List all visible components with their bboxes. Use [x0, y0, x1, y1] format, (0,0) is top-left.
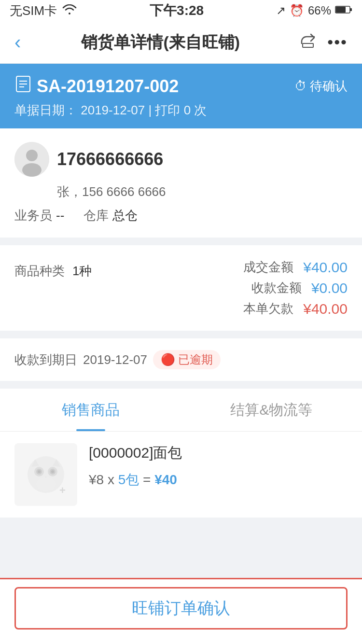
- equals-symbol: =: [143, 472, 154, 487]
- order-id: SA-20191207-002: [14, 75, 179, 97]
- svg-rect-3: [303, 43, 313, 47]
- back-button[interactable]: ‹: [14, 31, 21, 53]
- tab-underline: [76, 429, 105, 431]
- overdue-badge: 🔴 已逾期: [153, 350, 221, 369]
- svg-point-21: [36, 477, 56, 491]
- confirm-order-button[interactable]: 旺铺订单确认: [14, 587, 348, 630]
- collected-label: 收款金额: [251, 280, 302, 296]
- clock-icon: ⏱: [294, 79, 307, 94]
- due-date-value: 2019-12-07: [83, 352, 147, 367]
- product-thumbnail: +: [14, 443, 77, 506]
- total-price: ¥40: [154, 472, 177, 487]
- due-date-label: 收款到期日: [14, 351, 77, 368]
- collected-line: 收款金额 ¥0.00: [251, 280, 348, 296]
- alarm-icon: ⏰: [290, 4, 304, 17]
- tabs-section: 销售商品 结算&物流等: [0, 389, 362, 432]
- sales-label: 业务员: [14, 207, 52, 224]
- product-section: + [0000002]面包 ¥8 x 5包 = ¥40: [0, 432, 362, 518]
- nav-actions: •••: [300, 33, 348, 52]
- due-line: 本单欠款 ¥40.00: [243, 300, 348, 317]
- order-status: ⏱ 待确认: [294, 78, 348, 95]
- product-name: [0000002]面包: [89, 443, 348, 463]
- status-right: ↗ ⏰ 66%: [276, 4, 352, 17]
- svg-rect-1: [350, 8, 352, 11]
- product-info: [0000002]面包 ¥8 x 5包 = ¥40: [89, 443, 348, 489]
- sales-meta: 业务员 --: [14, 207, 64, 224]
- due-label: 本单欠款: [243, 300, 293, 317]
- stats-left: 商品种类 1种: [14, 263, 92, 280]
- customer-phone: 17666666666: [57, 149, 163, 169]
- avatar: [14, 142, 49, 177]
- order-header: SA-20191207-002 ⏱ 待确认 单据日期： 2019-12-07 |…: [0, 64, 362, 128]
- warehouse-value: 总仓: [112, 207, 138, 224]
- due-section: 收款到期日 2019-12-07 🔴 已逾期: [0, 338, 362, 381]
- customer-row: 17666666666: [14, 142, 348, 177]
- amount-label: 成交金额: [243, 259, 293, 276]
- tab-settlement[interactable]: 结算&物流等: [181, 389, 362, 431]
- stats-row: 商品种类 1种 成交金额 ¥40.00 收款金额 ¥0.00 本单欠款 ¥40.…: [14, 259, 348, 317]
- multiply-symbol: x: [108, 472, 118, 487]
- svg-point-17: [51, 470, 54, 473]
- tab-products[interactable]: 销售商品: [0, 389, 181, 431]
- svg-point-10: [22, 163, 42, 177]
- stats-section: 商品种类 1种 成交金额 ¥40.00 收款金额 ¥0.00 本单欠款 ¥40.…: [0, 245, 362, 331]
- amount-line: 成交金额 ¥40.00: [243, 259, 348, 276]
- order-icon: [14, 75, 32, 97]
- location-icon: ↗: [276, 4, 286, 17]
- collected-value: ¥0.00: [311, 280, 348, 296]
- wifi-icon: [62, 3, 77, 18]
- nav-bar: ‹ 销货单详情(来自旺铺) •••: [0, 21, 362, 64]
- warehouse-meta: 仓库 总仓: [84, 207, 138, 224]
- amount-value: ¥40.00: [303, 259, 348, 276]
- order-date: 单据日期： 2019-12-07 | 打印 0 次: [14, 102, 348, 119]
- overdue-text: 已逾期: [178, 352, 213, 367]
- svg-point-16: [38, 470, 41, 473]
- page-title: 销货单详情(来自旺铺): [81, 31, 240, 54]
- customer-name: 张，156 6666 6666: [14, 183, 348, 200]
- battery-text: 66%: [308, 4, 331, 17]
- status-left: 无SIM卡: [10, 2, 77, 19]
- product-price: ¥8 x 5包 = ¥40: [89, 471, 348, 489]
- customer-meta: 业务员 -- 仓库 总仓: [14, 207, 348, 224]
- stats-right: 成交金额 ¥40.00 收款金额 ¥0.00 本单欠款 ¥40.00: [243, 259, 348, 317]
- battery-icon: [335, 4, 352, 17]
- confirm-button-container: 旺铺订单确认: [0, 578, 362, 644]
- svg-point-9: [26, 150, 38, 161]
- quantity: 5包: [118, 472, 139, 487]
- svg-rect-2: [336, 7, 346, 13]
- type-label: 商品种类: [14, 263, 65, 280]
- overdue-icon: 🔴: [161, 353, 175, 366]
- warehouse-label: 仓库: [84, 207, 109, 224]
- due-value: ¥40.00: [303, 301, 348, 317]
- customer-section: 17666666666 张，156 6666 6666 业务员 -- 仓库 总仓: [0, 128, 362, 238]
- status-time: 下午3:28: [150, 1, 204, 20]
- order-id-row: SA-20191207-002 ⏱ 待确认: [14, 75, 348, 97]
- status-bar: 无SIM卡 下午3:28 ↗ ⏰ 66%: [0, 0, 362, 21]
- more-icon[interactable]: •••: [327, 33, 348, 52]
- type-value: 1种: [72, 263, 92, 280]
- no-sim-text: 无SIM卡: [10, 2, 57, 19]
- svg-text:+: +: [59, 484, 66, 496]
- share-icon[interactable]: [300, 33, 316, 52]
- sales-value: --: [56, 208, 64, 223]
